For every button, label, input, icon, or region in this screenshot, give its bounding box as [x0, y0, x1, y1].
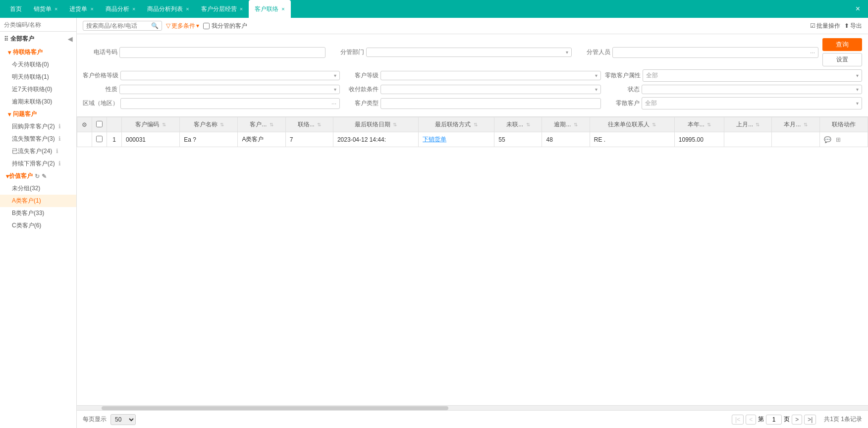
close-purchase-order[interactable]: × — [90, 6, 93, 12]
last-month-col-header[interactable]: 上月... ⇅ — [724, 117, 772, 132]
close-sales-order[interactable]: × — [54, 6, 57, 12]
nav-home[interactable]: 首页 — [4, 0, 28, 18]
overdue-col-header[interactable]: 逾期... ⇅ — [542, 117, 590, 132]
first-page-btn[interactable]: |< — [732, 415, 744, 425]
filter-row-3: 性质 ▾ 收付款条件 ▾ — [83, 85, 862, 94]
last-page-btn[interactable]: >| — [804, 415, 816, 425]
sidebar-repurchase-abnormal[interactable]: 回购异常客户(2) ℹ — [0, 120, 76, 133]
refresh-icon[interactable]: ↻ — [35, 173, 40, 180]
horizontal-scrollbar-thumb[interactable] — [102, 406, 448, 410]
sidebar-pending-contact-title[interactable]: ▾ 待联络客户 — [0, 46, 76, 58]
close-customer-segmentation[interactable]: × — [240, 6, 243, 12]
page-size-label: 每页显示 — [83, 415, 107, 424]
horizontal-scrollbar-track[interactable] — [77, 405, 868, 410]
sidebar-class-c[interactable]: C类客户(6) — [0, 219, 76, 232]
last-month-sort-icon: ⇅ — [756, 122, 760, 127]
retail-attr-select[interactable]: 全部 ▾ — [643, 69, 862, 82]
page-number-input[interactable] — [766, 415, 782, 425]
filter-customer-type: 客户类型 — [344, 98, 601, 109]
row-last-method-cell[interactable]: 下销货单 — [419, 132, 494, 147]
nature-select[interactable]: ▾ — [119, 85, 340, 94]
filter-search-input[interactable] — [86, 22, 151, 29]
region-dots[interactable]: ··· — [331, 100, 336, 107]
nav-product-analysis[interactable]: 商品分析 × — [100, 0, 141, 18]
sidebar-today-pending[interactable]: 今天待联络(0) — [0, 58, 76, 71]
filter-dept: 分管部门 ▾ — [329, 48, 572, 57]
nav-purchase-order[interactable]: 进货单 × — [63, 0, 99, 18]
this-year-col-header[interactable]: 本年... ⇅ — [674, 117, 724, 132]
no-contact-col-header[interactable]: 未联... ⇅ — [494, 117, 542, 132]
row-checkbox-cell[interactable] — [92, 132, 107, 147]
batch-operation-btn[interactable]: ☑ 批量操作 — [810, 22, 840, 30]
next-page-btn[interactable]: > — [792, 415, 802, 425]
filter-search-icon[interactable]: 🔍 — [151, 22, 159, 29]
retail-customer-select[interactable]: 全部 ▾ — [642, 97, 862, 109]
select-all-checkbox[interactable] — [96, 121, 103, 127]
row-contact-cell: 7 — [285, 132, 333, 147]
code-col-header[interactable]: 客户编码 ⇅ — [122, 117, 180, 132]
nav-customer-contact[interactable]: 客户联络 × — [249, 0, 290, 18]
dept-select[interactable]: ▾ — [366, 48, 572, 57]
sidebar-search-area: 🔍 — [0, 18, 76, 32]
sidebar-churned[interactable]: 已流失客户(24) ℹ — [0, 145, 76, 158]
sidebar-problem-customers-title[interactable]: ▾ 问题客户 — [0, 108, 76, 120]
action-qr-icon[interactable]: ⊞ — [836, 136, 841, 143]
filter-price-level: 客户价格等级 ▾ — [83, 71, 340, 80]
close-product-analysis-list[interactable]: × — [186, 6, 189, 12]
type-col-header[interactable]: 客户... ⇅ — [238, 117, 285, 132]
sidebar-ungrouped[interactable]: 未分组(32) — [0, 182, 76, 195]
row-checkbox[interactable] — [96, 136, 103, 142]
table-settings-icon[interactable]: ⚙ — [82, 121, 87, 128]
page-unit: 页 — [784, 415, 790, 424]
nav-sales-order[interactable]: 销货单 × — [28, 0, 63, 18]
sidebar-tomorrow-pending[interactable]: 明天待联络(1) — [0, 71, 76, 83]
person-select[interactable]: ··· — [612, 47, 818, 58]
query-button[interactable]: 查询 — [822, 38, 862, 51]
table-body: 1 000031 Ea ? A类客户 7 2023-04-12 14:44: 下… — [77, 132, 868, 147]
settings-button[interactable]: 设置 — [822, 53, 862, 66]
info-icon-3: ℹ — [56, 148, 58, 155]
checkbox-col-header[interactable] — [92, 117, 107, 132]
sidebar-overdue-contact[interactable]: 逾期未联络(30) — [0, 96, 76, 108]
sidebar-class-b[interactable]: B类客户(33) — [0, 207, 76, 219]
contact-col-header[interactable]: 联络... ⇅ — [285, 117, 333, 132]
price-level-select[interactable]: ▾ — [120, 71, 340, 80]
sidebar-collapse-arrow[interactable]: ◀ — [68, 36, 72, 43]
sidebar-7days-pending[interactable]: 近7天待联络(0) — [0, 83, 76, 96]
export-btn[interactable]: ⬆ 导出 — [844, 22, 862, 30]
nav-customer-segmentation[interactable]: 客户分层经营 × — [195, 0, 249, 18]
customer-level-select[interactable]: ▾ — [380, 71, 601, 80]
sidebar-churn-warning[interactable]: 流失预警客户(3) ℹ — [0, 133, 76, 145]
person-dots[interactable]: ··· — [810, 49, 815, 56]
sidebar-class-a[interactable]: A类客户(1) — [0, 195, 76, 207]
sidebar-declining[interactable]: 持续下滑客户(2) ℹ — [0, 158, 76, 170]
page-size-select[interactable]: 50 10 20 100 — [110, 414, 136, 425]
filter-region: 区域（地区） ··· — [83, 98, 340, 109]
customer-level-arrow: ▾ — [595, 73, 597, 78]
nav-product-analysis-list[interactable]: 商品分析列表 × — [141, 0, 195, 18]
settings-col-header[interactable]: ⚙ — [77, 117, 92, 132]
last-method-col-header[interactable]: 最后联络方式 ⇅ — [419, 117, 494, 132]
prev-page-btn[interactable]: < — [746, 415, 756, 425]
payment-select[interactable]: ▾ — [380, 85, 601, 94]
edit-icon[interactable]: ✎ — [42, 173, 47, 180]
customer-type-input[interactable] — [380, 98, 601, 109]
phone-input[interactable] — [119, 47, 326, 58]
my-customers-checkbox[interactable] — [203, 23, 210, 29]
name-col-header[interactable]: 客户名称 ⇅ — [180, 117, 238, 132]
action-chat-icon[interactable]: 💬 — [824, 136, 831, 143]
sidebar-value-customers-title[interactable]: ▾ 价值客户 ↻ ✎ — [0, 170, 76, 182]
filter-customer-level: 客户等级 ▾ — [344, 71, 601, 80]
action-col-header: 联络动作 — [819, 117, 868, 132]
close-product-analysis[interactable]: × — [132, 6, 135, 12]
close-all-tabs[interactable]: × — [852, 4, 864, 13]
filter-my-customers[interactable]: 我分管的客户 — [203, 22, 247, 30]
sidebar-search-input[interactable] — [4, 21, 77, 28]
filter-more-conditions[interactable]: ▽ 更多条件 ▾ — [166, 22, 199, 30]
this-month-col-header[interactable]: 本月... ⇅ — [772, 117, 819, 132]
region-select[interactable]: ··· — [120, 98, 340, 109]
unit-contact-col-header[interactable]: 往来单位联系人 ⇅ — [590, 117, 674, 132]
last-date-col-header[interactable]: 最后联络日期 ⇅ — [333, 117, 418, 132]
close-customer-contact[interactable]: × — [281, 6, 284, 12]
status-select[interactable]: ▾ — [642, 85, 862, 94]
